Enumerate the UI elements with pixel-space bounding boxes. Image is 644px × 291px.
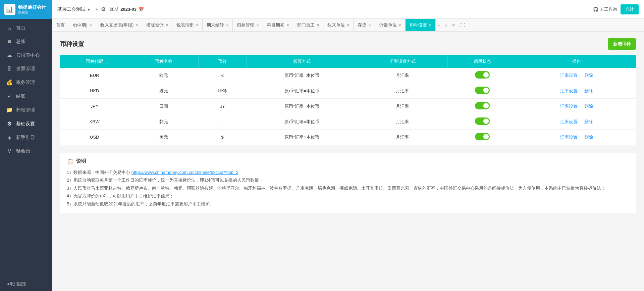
tab-unit[interactable]: 计量单位 × (375, 19, 406, 31)
tabs-prev-btn[interactable]: ‹ (436, 19, 443, 31)
tab-close-icon[interactable]: × (368, 23, 371, 28)
new-currency-button[interactable]: 新增币种 (608, 38, 636, 50)
sidebar-item-label: 结账 (16, 93, 25, 99)
delete-link[interactable]: 删除 (584, 119, 593, 124)
page-title: 币种设置 (60, 40, 84, 48)
tab-close-icon[interactable]: × (399, 23, 401, 28)
tab-close-icon[interactable]: × (226, 23, 228, 28)
headset-icon: 🎧 (593, 7, 598, 12)
tab-label: 往来单位 (327, 22, 345, 28)
tab-close-icon[interactable]: × (256, 23, 259, 28)
rate-setting-link[interactable]: 汇率设置 (560, 119, 578, 124)
tab-template[interactable]: 模版设计 × (142, 19, 172, 31)
rate-setting-link[interactable]: 汇率设置 (560, 73, 578, 78)
tab-close-icon[interactable]: × (347, 23, 349, 28)
sidebar-item-ledger[interactable]: ≡ 总账 (0, 35, 52, 48)
cell-symbol: $ (198, 130, 247, 145)
settings-icon: ⚙ (6, 120, 13, 127)
calendar-icon: 📅 (139, 7, 144, 12)
status-toggle[interactable] (475, 102, 490, 109)
delete-link[interactable]: 删除 (584, 73, 593, 78)
cell-calc: 原币*汇率=本位币 (247, 68, 357, 83)
sidebar-item-label: 发票管理 (16, 66, 35, 72)
cell-action: 汇率设置 删除 (517, 68, 636, 83)
cell-status (448, 83, 517, 99)
sidebar-pin-toggle[interactable]: ◄取消固定 (0, 277, 52, 291)
table-row: JPY 日圆 J¥ 原币*汇率=本位币 月汇率 汇率设置 删除 (60, 99, 636, 114)
consulting-button[interactable]: 🎧 人工咨询 (593, 6, 617, 12)
cell-status (448, 130, 517, 145)
delete-link[interactable]: 删除 (584, 88, 593, 93)
tab-stock[interactable]: 存货 × (354, 19, 375, 31)
company-selector[interactable]: 基层工会测试 ▾ (57, 6, 90, 12)
tab-archive[interactable]: 归档管理 × (233, 19, 263, 31)
add-icon[interactable]: + (95, 6, 98, 12)
main-area: 基层工会测试 ▾ + ⚙ 账期 2023-03 📅 🎧 人工咨询 会计 首页 𝔈… (52, 0, 644, 291)
tabs-next-btn[interactable]: › (442, 19, 449, 31)
status-toggle[interactable] (475, 71, 490, 79)
notes-item: 2）系统自动获取每月第一个工作日的汇率标价，统一为直接标价法，即1外币可以兑换的… (67, 176, 629, 184)
topbar-actions: + ⚙ (95, 6, 106, 12)
tabs-expand-btn[interactable]: ⛶ (458, 19, 468, 31)
rate-setting-link[interactable]: 汇率设置 (560, 135, 578, 140)
tabs-bar: 首页 𝔈(中期) × 收入支出表(年报) × 模版设计 × 税表清册 × 期末结… (52, 19, 644, 32)
sidebar-item-home[interactable]: ⌂ 首页 (0, 21, 52, 35)
th-name: 币种名称 (129, 55, 199, 68)
tab-income[interactable]: 收入支出表(年报) × (96, 19, 143, 31)
sidebar-logo: 📊 畅捷通好会计 旗舰版 (0, 0, 52, 19)
tab-close-icon[interactable]: × (429, 23, 431, 28)
delete-link[interactable]: 删除 (584, 104, 593, 109)
rate-setting-link[interactable]: 汇率设置 (560, 104, 578, 109)
company-name: 基层工会测试 (57, 6, 86, 12)
cell-calc: 原币*汇率=本位币 (247, 99, 357, 114)
ledger-icon: ≡ (6, 39, 13, 45)
cell-name: 日圆 (129, 99, 199, 114)
tab-tax[interactable]: 税表清册 × (172, 19, 203, 31)
kuaiji-button[interactable]: 会计 (621, 4, 639, 14)
gear-icon[interactable]: ⚙ (101, 6, 106, 12)
sidebar-item-report[interactable]: ☁ 云报表中心 (0, 48, 52, 62)
status-toggle[interactable] (475, 87, 490, 94)
notes-section: 📋 说明 1）数据来源：中国外汇交易中心 https://www.chinamo… (60, 153, 636, 213)
delete-link[interactable]: 删除 (584, 135, 593, 140)
tab-close-icon[interactable]: × (196, 23, 198, 28)
tab-label: 科目期初 (267, 22, 284, 28)
sidebar-item-label: 新手引导 (16, 135, 35, 141)
tab-dept[interactable]: 部门员工 × (293, 19, 323, 31)
sidebar-item-settings[interactable]: ⚙ 基础设置 (0, 117, 52, 131)
consulting-label: 人工咨询 (600, 6, 617, 12)
tab-home[interactable]: 首页 (52, 19, 69, 31)
tabs-close-btn[interactable]: × (449, 19, 458, 31)
tab-close-icon[interactable]: × (317, 23, 319, 28)
rate-setting-link[interactable]: 汇率设置 (560, 88, 578, 93)
table-row: USD 美元 $ 原币*汇率=本位币 月汇率 汇率设置 删除 (60, 130, 636, 145)
invoice-icon: 🖹 (6, 66, 13, 72)
tab-period-end[interactable]: 期末结转 × (203, 19, 233, 31)
sidebar-item-label: 畅会员 (16, 148, 30, 154)
tab-close-icon[interactable]: × (286, 23, 289, 28)
tab-label: 存货 (358, 22, 366, 28)
tab-close-icon[interactable]: × (136, 23, 138, 28)
cloud-icon: ☁ (6, 52, 13, 58)
tab-close-icon[interactable]: × (166, 23, 168, 28)
tab-close-icon[interactable]: × (90, 23, 92, 28)
status-toggle[interactable] (475, 117, 490, 125)
tab-subjects[interactable]: 科目期初 × (263, 19, 293, 31)
sidebar-item-member[interactable]: V 畅会员 (0, 144, 52, 158)
sidebar-item-archive[interactable]: 📁 归档管理 (0, 103, 52, 117)
status-toggle[interactable] (475, 133, 490, 140)
sidebar-item-tax[interactable]: 💰 税务管理 (0, 76, 52, 89)
cell-rate-type: 月汇率 (357, 114, 448, 130)
app-edition: 旗舰版 (18, 10, 46, 15)
sidebar-item-guide[interactable]: ◈ 新手引导 (0, 131, 52, 144)
tab-clients[interactable]: 往来单位 × (323, 19, 354, 31)
notes-link[interactable]: https://www.chinamoney.com.cn/chinese/bk… (131, 170, 238, 175)
period-selector[interactable]: 账期 2023-03 📅 (110, 6, 144, 12)
sidebar-item-invoice[interactable]: 🖹 发票管理 (0, 62, 52, 76)
table-row: KRW 韩元 -- 原币*汇率=本位币 月汇率 汇率设置 删除 (60, 114, 636, 130)
cell-action: 汇率设置 删除 (517, 99, 636, 114)
tab-period[interactable]: 𝔈(中期) × (69, 19, 96, 31)
tab-currency[interactable]: 币种设置 × (406, 19, 436, 31)
sidebar-item-settle[interactable]: ✓ 结账 (0, 89, 52, 103)
sidebar-nav: ⌂ 首页 ≡ 总账 ☁ 云报表中心 🖹 发票管理 💰 税务管理 ✓ 结账 📁 归… (0, 19, 52, 277)
